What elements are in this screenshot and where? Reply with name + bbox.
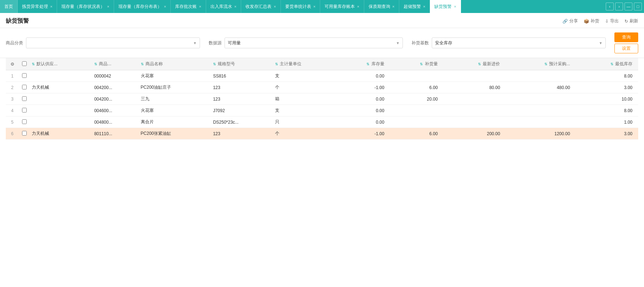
row-code-1: 0000042 xyxy=(92,70,139,82)
replenish-button[interactable]: 📦 补货 xyxy=(584,18,599,24)
sort-price-icon: ⇅ xyxy=(478,62,481,66)
tab-receive-summary[interactable]: 收发存汇总表 × xyxy=(241,0,280,13)
row-num-2: 2 xyxy=(6,82,19,93)
tab-scroll-right[interactable]: › xyxy=(615,3,623,10)
settings-button[interactable]: 设置 xyxy=(614,44,638,53)
tab-bar: 首页 拣货异常处理 × 现存量（库存状况表） × 现存量（库存分布表） × 库存… xyxy=(0,0,644,13)
row-spec-4: J7092 xyxy=(211,105,273,116)
row-select-3[interactable] xyxy=(22,96,27,101)
col-unit[interactable]: ⇅ 主计量单位 xyxy=(273,58,337,70)
data-source-select[interactable]: 可用量 ▼ xyxy=(225,37,403,48)
row-checkbox-4[interactable] xyxy=(19,105,30,116)
col-checkbox xyxy=(19,58,30,70)
row-replenish-2: 6.00 xyxy=(390,82,444,93)
col-est-purchase[interactable]: ⇅ 预计采购... xyxy=(506,58,576,70)
share-button[interactable]: 🔗 分享 xyxy=(562,18,578,24)
replenish-base-arrow-icon: ▼ xyxy=(599,41,602,45)
row-supplier-5 xyxy=(30,116,92,128)
row-unit-3: 箱 xyxy=(273,93,337,105)
close-tab-inout-flow[interactable]: × xyxy=(234,4,236,9)
product-category-select[interactable]: ▼ xyxy=(26,37,200,48)
row-select-6[interactable] xyxy=(22,131,27,136)
row-spec-1: SS816 xyxy=(211,70,273,82)
close-tab-inventory-dist[interactable]: × xyxy=(164,4,166,9)
col-spec[interactable]: ⇅ 规格型号 xyxy=(211,58,273,70)
tab-inventory-dist[interactable]: 现存量（库存分布表） × xyxy=(114,0,171,13)
close-tab-inventory-status[interactable]: × xyxy=(107,4,109,9)
tab-available-ledger[interactable]: 可用量库存账本 × xyxy=(320,0,364,13)
row-select-5[interactable] xyxy=(22,119,27,124)
row-num-1: 1 xyxy=(6,70,19,82)
filter-bar: 商品分类 ▼ 数据源 可用量 ▼ 补货基数 安全库存 ▼ 查询 设置 xyxy=(0,28,644,58)
tab-maximize[interactable]: □ xyxy=(634,3,642,10)
row-spec-5: DS250*23c... xyxy=(211,116,273,128)
row-checkbox-3[interactable] xyxy=(19,93,30,105)
export-icon: ⇩ xyxy=(605,19,609,24)
row-num-5: 5 xyxy=(6,116,19,128)
row-select-2[interactable] xyxy=(22,85,27,89)
row-price-1 xyxy=(444,70,506,82)
row-min-stock-3: 10.00 xyxy=(576,93,638,105)
col-product-code[interactable]: ⇅ 商品... xyxy=(92,58,139,70)
export-button[interactable]: ⇩ 导出 xyxy=(605,18,619,24)
row-checkbox-6[interactable] xyxy=(19,128,30,140)
row-checkbox-1[interactable] xyxy=(19,70,30,82)
header-actions: 🔗 分享 📦 补货 ⇩ 导出 ↻ 刷新 xyxy=(562,18,638,24)
tab-expiry[interactable]: 保质期查询 × xyxy=(364,0,399,13)
row-num-6: 6 xyxy=(6,128,19,140)
tab-requisition-stats[interactable]: 要货单统计表 × xyxy=(281,0,320,13)
refresh-icon: ↻ xyxy=(625,19,628,24)
col-product-name[interactable]: ⇅ 商品名称 xyxy=(139,58,211,70)
row-select-4[interactable] xyxy=(22,108,27,112)
row-min-stock-4: 8.00 xyxy=(576,105,638,116)
filter-actions: 查询 设置 xyxy=(614,32,638,53)
close-tab-expiry[interactable]: × xyxy=(392,4,395,9)
sort-min-icon: ⇅ xyxy=(610,62,613,66)
row-replenish-4 xyxy=(390,105,444,116)
col-replenish[interactable]: ⇅ 补货量 xyxy=(390,58,444,70)
refresh-button[interactable]: ↻ 刷新 xyxy=(625,18,638,24)
close-tab-receive-summary[interactable]: × xyxy=(274,4,276,9)
table-body: 1 0000042 火花塞 SS816 支 0.00 8.00 2 力天机械 0… xyxy=(6,70,638,140)
row-spec-6: 123 xyxy=(211,128,273,140)
close-tab-shortage[interactable]: × xyxy=(454,4,456,9)
tab-batch[interactable]: 库存批次账 × xyxy=(171,0,206,13)
row-checkbox-2[interactable] xyxy=(19,82,30,93)
row-select-1[interactable] xyxy=(22,73,27,78)
row-spec-3: 123 xyxy=(211,93,273,105)
replenish-base-label: 补货基数 xyxy=(412,40,429,46)
sort-supplier-icon: ⇅ xyxy=(32,62,35,66)
tab-inventory-status[interactable]: 现存量（库存状况表） × xyxy=(57,0,114,13)
close-tab-abnormal[interactable]: × xyxy=(50,4,52,9)
tab-scroll-left[interactable]: ‹ xyxy=(606,3,614,10)
replenish-base-select[interactable]: 安全库存 ▼ xyxy=(432,37,606,48)
col-min-stock[interactable]: ⇅ 最低库存 xyxy=(576,58,638,70)
close-tab-overstock[interactable]: × xyxy=(423,4,425,9)
col-stock[interactable]: ⇅ 库存量 xyxy=(337,58,390,70)
tab-nav-controls: ‹ › — □ xyxy=(604,3,644,10)
sort-stock-icon: ⇅ xyxy=(366,62,369,66)
close-tab-requisition-stats[interactable]: × xyxy=(313,4,316,9)
col-settings[interactable]: ⚙ xyxy=(6,58,19,70)
tab-home[interactable]: 首页 xyxy=(0,0,18,13)
table-row: 3 004200... 三九 123 箱 0.00 20.00 10.00 xyxy=(6,93,638,105)
sort-name-icon: ⇅ xyxy=(141,62,144,66)
row-code-5: 004800... xyxy=(92,116,139,128)
close-tab-available-ledger[interactable]: × xyxy=(357,4,359,9)
product-category-filter: 商品分类 ▼ xyxy=(6,37,200,48)
row-stock-6: -1.00 xyxy=(337,128,390,140)
select-all-checkbox[interactable] xyxy=(22,61,27,66)
col-default-supplier[interactable]: ⇅ 默认供应... xyxy=(30,58,92,70)
tab-abnormal[interactable]: 拣货异常处理 × xyxy=(18,0,57,13)
query-button[interactable]: 查询 xyxy=(614,32,638,42)
tab-inout-flow[interactable]: 出入库流水 × xyxy=(206,0,241,13)
data-source-filter: 数据源 可用量 ▼ xyxy=(209,37,403,48)
tab-shortage[interactable]: 缺货预警 × xyxy=(430,0,461,13)
row-checkbox-5[interactable] xyxy=(19,116,30,128)
tab-minimize[interactable]: — xyxy=(625,3,632,10)
row-est-purchase-3 xyxy=(506,93,576,105)
col-latest-price[interactable]: ⇅ 最新进价 xyxy=(444,58,506,70)
close-tab-batch[interactable]: × xyxy=(199,4,201,9)
row-supplier-4 xyxy=(30,105,92,116)
tab-overstock[interactable]: 超储预警 × xyxy=(399,0,430,13)
